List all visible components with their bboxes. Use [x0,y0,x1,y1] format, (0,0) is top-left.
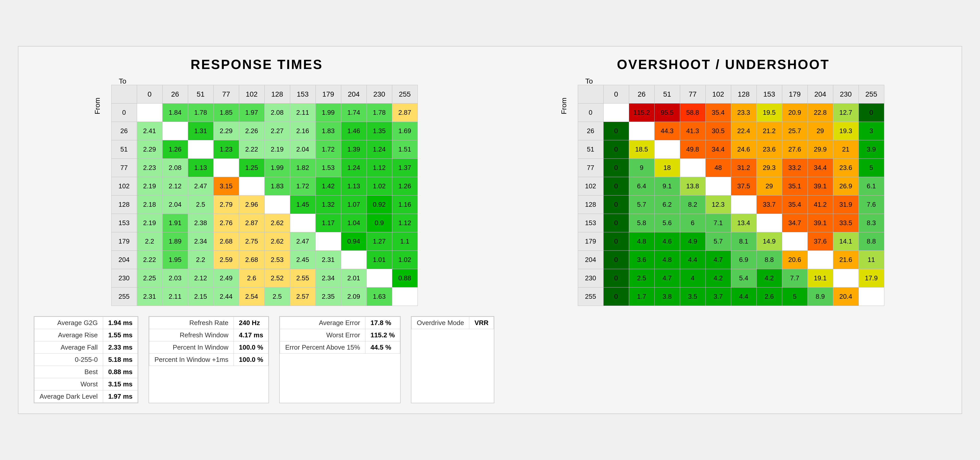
matrix-cell [315,232,341,251]
matrix-cell: 1.04 [341,214,366,232]
matrix-cell: 1.89 [162,232,188,251]
matrix-cell: 2.23 [137,159,162,177]
matrix-cell: 4.7 [705,251,731,269]
col-header: 26 [629,85,654,104]
stat-label: Average Error [280,317,365,329]
matrix-cell: 2.09 [341,288,366,306]
matrix-cell [366,269,392,288]
matrix-cell: 1.83 [315,122,341,140]
matrix-cell: 2.47 [290,232,315,251]
matrix-cell: 2.35 [315,288,341,306]
matrix-cell: 1.74 [341,104,366,122]
matrix-cell: 1.84 [162,104,188,122]
matrix-cell: 21 [833,140,859,159]
matrix-cell: 39.1 [808,214,833,232]
matrix-cell: 0.88 [392,269,417,288]
matrix-cell: 33.5 [833,214,859,232]
matrix-cell: 18.5 [629,140,654,159]
matrix-cell: 1.82 [290,159,315,177]
matrix-cell: 2.6 [756,288,782,306]
os-from-label: From [560,97,568,114]
matrix-cell: 1.23 [213,140,239,159]
matrix-cell: 5.6 [654,214,680,232]
stat-value: 4.17 ms [234,329,269,342]
matrix-cell: 2.34 [188,232,213,251]
matrix-cell: 2.38 [188,214,213,232]
matrix-cell: 12.3 [705,195,731,214]
col-header: 102 [705,85,731,104]
matrix-cell: 2.79 [213,195,239,214]
matrix-cell: 0 [603,122,629,140]
matrix-cell: 4.6 [654,232,680,251]
matrix-cell: 2.2 [137,232,162,251]
matrix-cell: 22.8 [808,104,833,122]
row-header: 255 [578,288,603,306]
stat-label: Overdrive Mode [412,317,469,329]
matrix-cell: 2.25 [137,269,162,288]
matrix-cell: 8.2 [680,195,705,214]
matrix-cell [629,122,654,140]
matrix-cell: 1.02 [392,251,417,269]
matrix-cell: 1.78 [366,104,392,122]
matrix-cell: 2.08 [264,104,290,122]
row-header: 0 [111,104,137,122]
matrix-cell: 0 [603,251,629,269]
matrix-cell: 2.12 [188,269,213,288]
matrix-cell: 2.53 [264,251,290,269]
matrix-cell: 17.9 [859,269,884,288]
matrix-cell: 6.4 [629,177,654,195]
matrix-cell: 9 [629,159,654,177]
col-header: 0 [137,85,162,104]
matrix-cell: 48 [705,159,731,177]
matrix-cell: 7.1 [705,214,731,232]
matrix-cell: 1.02 [366,177,392,195]
matrix-cell: 3 [859,122,884,140]
stat-value: 5.18 ms [103,354,138,366]
matrix-cell: 0 [603,214,629,232]
matrix-cell: 31.2 [731,159,756,177]
matrix-cell: 23.6 [833,159,859,177]
matrix-cell: 4.7 [654,269,680,288]
matrix-cell: 1.37 [392,159,417,177]
matrix-cell: 2.52 [264,269,290,288]
matrix-cell: 37.6 [808,232,833,251]
row-header: 51 [578,140,603,159]
col-header: 255 [392,85,417,104]
matrix-cell: 18 [654,159,680,177]
stat-value: 1.55 ms [103,329,138,342]
matrix-cell: 1.46 [341,122,366,140]
matrix-cell: 49.8 [680,140,705,159]
matrix-cell: 1.39 [341,140,366,159]
matrix-cell: 2.03 [162,269,188,288]
matrix-cell: 0 [603,177,629,195]
stat-label: Worst Error [280,329,365,342]
matrix-cell: 2.57 [290,288,315,306]
matrix-cell: 14.9 [756,232,782,251]
matrix-cell: 3.7 [705,288,731,306]
matrix-cell: 1.07 [341,195,366,214]
row-header: 179 [111,232,137,251]
matrix-cell: 2.5 [264,288,290,306]
matrix-cell: 39.1 [808,177,833,195]
matrix-cell [731,195,756,214]
matrix-cell [782,232,808,251]
col-header: 255 [859,85,884,104]
matrix-cell: 3.8 [654,288,680,306]
col-header: 230 [833,85,859,104]
matrix-cell: 9.1 [654,177,680,195]
stat-value: 1.94 ms [103,317,138,329]
matrix-cell: 1.99 [315,104,341,122]
matrix-cell: 1.42 [315,177,341,195]
matrix-cell: 58.8 [680,104,705,122]
matrix-cell: 2.18 [137,195,162,214]
matrix-cell: 1.26 [162,140,188,159]
matrix-cell: 1.99 [264,159,290,177]
matrix-cell: 5 [859,159,884,177]
col-header: 51 [188,85,213,104]
matrix-cell [808,251,833,269]
matrix-cell [756,214,782,232]
matrix-cell: 2.49 [213,269,239,288]
matrix-cell: 1.7 [629,288,654,306]
matrix-cell: 2.34 [315,269,341,288]
row-header: 230 [578,269,603,288]
